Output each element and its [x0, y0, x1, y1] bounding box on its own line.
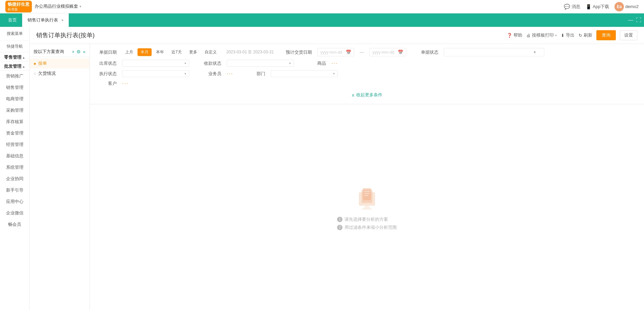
scheme-label-backorder: 欠货情况	[38, 70, 56, 76]
tip-num-2: 2	[337, 225, 342, 230]
appcenter-label: 应用中心	[6, 199, 23, 205]
wholesale-label: 批发管理	[4, 63, 21, 69]
tab-home[interactable]: 首页	[3, 13, 22, 27]
refresh-label: 刷新	[584, 32, 592, 38]
member-label: 畅会员	[8, 221, 21, 227]
department-select[interactable]: ▾	[271, 70, 338, 77]
sidebar-item-basic[interactable]: 基础信息	[0, 150, 29, 162]
sidebar-item-operation[interactable]: 经营管理	[0, 139, 29, 150]
message-btn[interactable]: 💬 消息	[564, 4, 580, 10]
product-label: 商品	[306, 60, 326, 66]
product-select-btn[interactable]: ···	[331, 60, 338, 66]
customer-select-btn[interactable]: ···	[122, 81, 128, 87]
delivery-arrow-icon: ▾	[184, 61, 186, 65]
sidebar-item-wechat[interactable]: 企业微信	[0, 207, 29, 219]
logo-label: 标准版	[8, 7, 30, 11]
maximize-btn[interactable]: ⛶	[636, 17, 641, 23]
export-icon: ⬇	[561, 33, 565, 38]
tab-home-label: 首页	[8, 17, 17, 23]
payment-status-select[interactable]: ▾	[227, 60, 294, 67]
expected-date-end[interactable]: yyyy-mm-dd 📅	[369, 48, 406, 56]
system-label: 系统管理	[6, 164, 23, 170]
print-template-btn[interactable]: 🖨 按模板打印 ▾	[526, 32, 557, 38]
sidebar-item-enterprise[interactable]: 企业协同	[0, 173, 29, 185]
query-btn[interactable]: 查询	[596, 30, 616, 40]
date-tab-more[interactable]: 更多	[186, 48, 200, 56]
sidebar-quick-nav-btn[interactable]: 快捷导航	[0, 42, 29, 51]
dept-arrow-icon: ▾	[333, 72, 335, 75]
date-tab-last-month[interactable]: 上月	[122, 48, 136, 56]
sidebar-item-system[interactable]: 系统管理	[0, 162, 29, 173]
expected-date-start[interactable]: yyyy-mm-dd 📅	[317, 48, 354, 56]
sidebar-item-finance[interactable]: 资金管理	[0, 127, 29, 139]
filter-row-3: 执行状态 ▾ 业务员 ··· 部门 ▾	[97, 70, 637, 77]
department-label: 部门	[245, 71, 265, 77]
app-download-btn[interactable]: 📱 App下载	[586, 4, 609, 10]
wholesale-arrow: ▲	[22, 65, 25, 68]
empty-illustration	[354, 184, 380, 211]
refresh-btn[interactable]: ↻ 刷新	[579, 32, 592, 38]
main-layout: 搜索菜单 快捷导航 零售管理 ▲ 批发管理 ▲ 营销推广 销售管理 电商管理 采	[0, 27, 644, 310]
export-label: 导出	[566, 32, 575, 38]
avatar: Ea	[614, 2, 624, 11]
print-icon: 🖨	[526, 33, 531, 38]
collapse-btn[interactable]: ∧ 收起更多条件	[97, 90, 637, 100]
sidebar-search-btn[interactable]: 搜索菜单	[3, 30, 26, 38]
empty-tip-2: 2 用过滤条件来缩小分析范围	[337, 224, 397, 230]
sidebar-group-wholesale: 批发管理 ▲	[0, 61, 29, 70]
sidebar-item-inventory[interactable]: 库存核算	[0, 116, 29, 127]
calendar-end-icon: 📅	[398, 50, 403, 55]
date-tab-this-month[interactable]: 本月	[138, 48, 152, 56]
breadcrumb-text: 办公用品行业模拟账套	[35, 3, 78, 9]
basic-label: 基础信息	[6, 153, 23, 159]
tab-close-icon[interactable]: ×	[61, 18, 63, 22]
delivery-status-label: 出库状态	[97, 60, 117, 66]
help-btn[interactable]: ❓ 帮助	[507, 32, 522, 38]
dropdown-icon: ▾	[79, 4, 82, 9]
payment-arrow-icon: ▾	[289, 61, 291, 65]
logo-line1: 畅捷好生意	[8, 2, 30, 7]
tab-sales-order-label: 销售订单执行表	[28, 17, 58, 23]
user-menu[interactable]: Ea demo2	[614, 2, 639, 11]
delivery-status-select[interactable]: ▾	[122, 60, 189, 67]
salesperson-select-btn[interactable]: ···	[227, 71, 233, 77]
sidebar-item-newbie[interactable]: 新手引导	[0, 185, 29, 196]
date-tab-7days[interactable]: 近7天	[168, 48, 185, 56]
sidebar-item-appcenter[interactable]: 应用中心	[0, 196, 29, 207]
minimize-btn[interactable]: —	[628, 17, 633, 23]
filter-area: 单据日期 上月 本月 本年 近7天 更多 自定义 2023-03-01 至 20…	[90, 44, 644, 104]
sidebar-item-sales[interactable]: 销售管理	[0, 82, 29, 93]
expected-date-start-placeholder: yyyy-mm-dd	[320, 50, 342, 55]
date-tab-custom[interactable]: 自定义	[202, 48, 220, 56]
topbar-right: 💬 消息 📱 App下载 Ea demo2	[564, 2, 639, 11]
export-btn[interactable]: ⬇ 导出	[561, 32, 575, 38]
date-tab-this-year[interactable]: 本年	[153, 48, 167, 56]
left-panel-actions: + ⚙ «	[72, 49, 86, 54]
refresh-icon: ↻	[579, 33, 582, 38]
sidebar-item-marketing[interactable]: 营销推广	[0, 70, 29, 82]
scheme-item-by-order[interactable]: ● 按单	[30, 58, 90, 68]
collapse-panel-btn[interactable]: «	[83, 49, 86, 54]
sidebar-item-wholesale[interactable]: 批发管理 ▲	[0, 61, 29, 70]
settings-btn[interactable]: 设置	[620, 30, 637, 40]
sidebar-item-retail[interactable]: 零售管理 ▲	[0, 52, 29, 61]
topbar: 畅捷好生意 标准版 办公用品行业模拟账套 ▾ 💬 消息 📱 App下载 Ea d…	[0, 0, 644, 13]
sidebar-item-purchase[interactable]: 采购管理	[0, 105, 29, 116]
scheme-icon-backorder: ○	[34, 71, 36, 76]
breadcrumb-dropdown[interactable]: 办公用品行业模拟账套 ▾	[35, 3, 82, 9]
print-arrow-icon: ▾	[555, 34, 557, 37]
sidebar-item-member[interactable]: 畅会员	[0, 219, 29, 230]
add-scheme-btn[interactable]: +	[72, 49, 74, 54]
scheme-settings-btn[interactable]: ⚙	[76, 49, 81, 54]
doc-status-select[interactable]: ▾	[444, 48, 544, 56]
user-name: demo2	[625, 4, 639, 9]
left-panel-title: 按以下方案查询	[34, 49, 64, 55]
tip-2-text: 用过滤条件来缩小分析范围	[344, 224, 397, 230]
collapse-label: 收起更多条件	[356, 92, 382, 98]
exec-status-select[interactable]: ▾	[122, 70, 189, 77]
doc-status-arrow-icon: ▾	[534, 50, 536, 55]
tab-sales-order[interactable]: 销售订单执行表 ×	[22, 13, 69, 27]
scheme-item-backorder[interactable]: ○ 欠货情况	[30, 68, 90, 79]
filter-row-4: 客户 ···	[97, 81, 637, 87]
sidebar-item-ecommerce[interactable]: 电商管理	[0, 93, 29, 105]
